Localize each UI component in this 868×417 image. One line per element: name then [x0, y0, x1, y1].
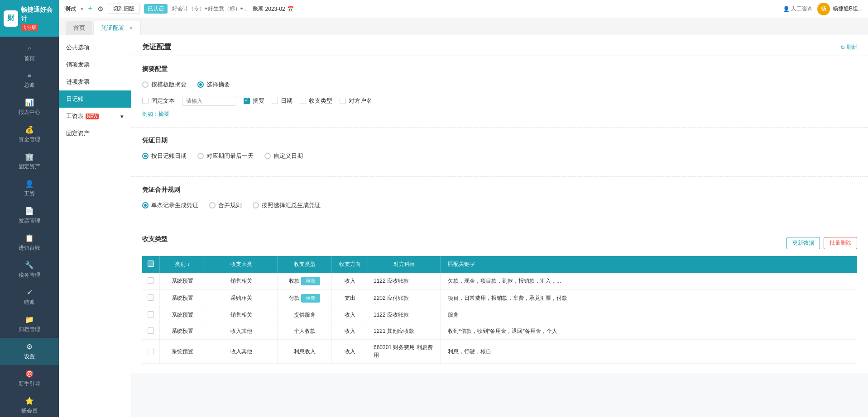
left-panel-item-fixed-assets[interactable]: 固定资产 [59, 125, 131, 142]
reset-button[interactable]: 重置 [301, 294, 320, 303]
topbar-tags: 好会计（专）+好生意（标）+... [172, 5, 248, 13]
radio-total-circle [253, 202, 259, 208]
row-type: 利息收入 [278, 340, 332, 364]
sidebar-item-member[interactable]: ⭐ 畅会员 [0, 392, 59, 417]
th-checkbox[interactable] [142, 256, 160, 273]
date-radio-last-day[interactable]: 对应期间最后一天 [197, 152, 254, 160]
topbar: 测试 ▾ + ⚙ 切到旧版 已认证 好会计（专）+好生意（标）+... 账期 2… [59, 0, 868, 18]
row-subject: 1221 其他应收款 [368, 323, 441, 340]
calendar-icon[interactable]: 📅 [287, 6, 294, 12]
payment-section: 收支类型 更新数据 批量删除 [131, 226, 868, 373]
date-radio-custom[interactable]: 自定义日期 [264, 152, 303, 160]
summary-radio-select[interactable]: 选择摘要 [197, 81, 230, 89]
tabbar: 首页 凭证配置 ✕ [59, 18, 868, 35]
assets-icon: 🏢 [25, 152, 34, 161]
row-type: 付款 重置 [278, 290, 332, 307]
left-panel: 公共选项 销项发票 进项发票 日记账 工资表 NEW ▾ 固定资产 [59, 35, 131, 417]
main-content: 凭证配置 ↻ 刷新 摘要配置 按模板版摘要 [131, 35, 868, 417]
summary-section: 摘要配置 按模板版摘要 选择摘要 [131, 56, 868, 128]
sidebar-item-salary[interactable]: 👤 工资 [0, 175, 59, 202]
row-checkbox[interactable] [148, 277, 154, 284]
merge-radio-rule[interactable]: 合并规则 [209, 201, 242, 209]
left-panel-item-public[interactable]: 公共选项 [59, 39, 131, 56]
checkbox-date[interactable]: 日期 [272, 97, 293, 105]
row-checkbox-cell[interactable] [142, 290, 160, 307]
tab-close-icon[interactable]: ✕ [129, 25, 133, 31]
row-category: 系统预置 [160, 290, 205, 307]
fixed-text-input[interactable] [182, 96, 236, 106]
checkbox-fixed-text[interactable]: 固定文本 [142, 97, 175, 105]
add-icon[interactable]: + [88, 4, 93, 14]
refresh-button[interactable]: ↻ 刷新 [840, 43, 857, 51]
row-big-type: 收入其他 [205, 323, 278, 340]
sidebar-item-archive[interactable]: 📁 归档管理 [0, 311, 59, 338]
certified-badge: 已认证 [144, 4, 168, 14]
date-radio-journal[interactable]: 按日记账日期 [142, 152, 187, 160]
company-dropdown-icon[interactable]: ▾ [81, 6, 83, 12]
invoice-icon: 📄 [25, 207, 34, 215]
left-panel-item-sales[interactable]: 销项发票 [59, 56, 131, 73]
sidebar-item-settings[interactable]: ⚙ 设置 [0, 338, 59, 365]
row-direction: 支出 [332, 290, 368, 307]
batch-delete-button[interactable]: 批量删除 [824, 237, 857, 249]
row-direction: 收入 [332, 340, 368, 364]
gear-icon[interactable]: ⚙ [97, 5, 103, 13]
row-keywords: 欠款，现金，项目款，到款，报销款，汇入，... [441, 273, 858, 290]
update-data-button[interactable]: 更新数据 [786, 237, 820, 249]
sidebar-item-settle[interactable]: ✔ 结账 [0, 284, 59, 311]
row-checkbox[interactable] [148, 348, 154, 354]
checkbox-counterpart[interactable]: 对方户名 [340, 97, 372, 105]
user-info: 畅 畅捷通B组... [817, 3, 863, 15]
sidebar-item-purchase[interactable]: 📋 进销台账 [0, 229, 59, 256]
sidebar-item-home[interactable]: ⌂ 首页 [0, 40, 59, 67]
merge-section-title: 凭证合并规则 [142, 186, 857, 194]
merge-radio-total[interactable]: 按照选择汇总生成凭证 [253, 201, 321, 209]
row-checkbox-cell[interactable] [142, 307, 160, 323]
sidebar-logo: 财 畅捷通好会计 专业版 [0, 0, 59, 37]
row-checkbox-cell[interactable] [142, 340, 160, 364]
row-big-type: 收入其他 [205, 340, 278, 364]
sidebar-item-guide[interactable]: 🎯 新手引导 [0, 365, 59, 392]
reset-button[interactable]: 重置 [301, 277, 320, 285]
row-subject: 1122 应收账款 [368, 273, 441, 290]
sidebar-item-ledger[interactable]: ≡ 总账 [0, 67, 59, 94]
left-panel-item-purchase-inv[interactable]: 进项发票 [59, 73, 131, 90]
select-all-checkbox[interactable] [148, 261, 154, 267]
row-checkbox[interactable] [148, 311, 154, 317]
left-panel-item-journal[interactable]: 日记账 [59, 90, 131, 108]
new-badge: NEW [86, 114, 99, 119]
refresh-icon: ↻ [840, 44, 845, 51]
sidebar-item-tax[interactable]: 🔧 税务管理 [0, 256, 59, 284]
row-checkbox[interactable] [148, 294, 154, 301]
row-checkbox-cell[interactable] [142, 323, 160, 340]
row-type: 收款 重置 [278, 273, 332, 290]
merge-radio-single[interactable]: 单条记录生成凭证 [142, 201, 198, 209]
row-subject: 1122 应收账款 [368, 307, 441, 323]
sidebar-item-reports[interactable]: 📊 报表中心 [0, 94, 59, 121]
row-checkbox-cell[interactable] [142, 273, 160, 290]
switch-version-button[interactable]: 切到旧版 [108, 4, 139, 14]
settings-icon: ⚙ [26, 342, 33, 351]
left-panel-item-payroll[interactable]: 工资表 NEW ▾ [59, 108, 131, 125]
avatar: 畅 [817, 3, 830, 15]
radio-last-day-circle [197, 153, 204, 159]
sidebar-item-assets[interactable]: 🏢 固定资产 [0, 148, 59, 175]
row-checkbox[interactable] [148, 327, 154, 334]
th-big-type: 收支大类 [205, 256, 278, 273]
merge-section: 凭证合并规则 单条记录生成凭证 合并规则 按照选择汇总生成凭证 [131, 177, 868, 226]
help-button[interactable]: 👤 人工咨询 [783, 5, 813, 13]
member-icon: ⭐ [25, 397, 34, 405]
date-section-title: 凭证日期 [142, 137, 857, 145]
checkbox-payment-type[interactable]: 收支类型 [300, 97, 332, 105]
sidebar-item-invoice[interactable]: 📄 发票管理 [0, 202, 59, 229]
table-row: 系统预置 收入其他 个人收款 收入 1221 其他应收款 收到*借款，收到*备用… [142, 323, 857, 340]
table-header-row: 类别 ↓ 收支大类 收支类型 收支方向 [142, 256, 857, 273]
radio-single-circle [142, 202, 149, 208]
summary-radio-template[interactable]: 按模板版摘要 [142, 81, 187, 89]
sidebar-item-funds[interactable]: 💰 资金管理 [0, 121, 59, 148]
tab-home[interactable]: 首页 [66, 21, 92, 35]
tab-voucher-config[interactable]: 凭证配置 ✕ [93, 21, 141, 35]
row-keywords: 项目，日常费用，报销款，车费，承兑汇票，付款 [441, 290, 858, 307]
row-category: 系统预置 [160, 273, 205, 290]
checkbox-summary[interactable]: 摘要 [244, 97, 264, 105]
